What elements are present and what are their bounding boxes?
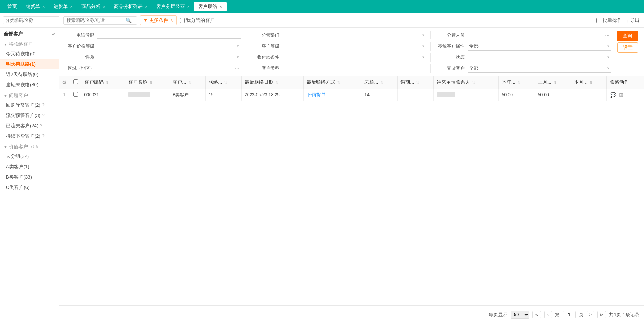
page-label: 第: [555, 311, 560, 318]
horizontal-scrollbar[interactable]: [59, 305, 644, 308]
top-navigation: 首页 销货单 × 进货单 × 商品分析 × 商品分析列表 × 客户分层经营 × …: [0, 0, 644, 13]
customer-name-masked: [128, 92, 150, 97]
filter-row-3: 性质 ∨ 收付款条件 ∨: [65, 53, 611, 62]
problem-group-title: ▼ 问题客户: [0, 90, 59, 100]
sort-type-icon[interactable]: ⇅: [188, 80, 191, 84]
customer-type-select[interactable]: [282, 68, 426, 69]
search-input[interactable]: [67, 18, 126, 23]
refresh-icon[interactable]: ↺: [31, 145, 34, 149]
sidebar-item-lost-customers[interactable]: 已流失客户(24) ?: [0, 121, 59, 131]
close-purchase-order-icon[interactable]: ×: [70, 4, 72, 9]
sidebar-item-overdue-contact[interactable]: 逾期未联络(30): [0, 80, 59, 90]
contact-method-link[interactable]: 下销货单: [307, 92, 326, 97]
close-sales-order-icon[interactable]: ×: [42, 4, 45, 9]
area-field: 区域（地区） ···: [65, 65, 241, 72]
row-this-month: [571, 89, 607, 101]
last-page-button[interactable]: ⊳: [597, 311, 606, 318]
sort-unit-icon[interactable]: ⇅: [472, 80, 475, 84]
sidebar-item-7days-contact[interactable]: 近7天待联络(0): [0, 69, 59, 80]
pagination-bar: 每页显示 50 100 200 ⊲ < 第 页 > ⊳ 共1页 1条记录: [59, 308, 644, 321]
sidebar-item-declining-customers[interactable]: 持续下滑客户(2) ?: [0, 131, 59, 141]
sidebar-item-ungrouped[interactable]: 未分组(32): [0, 151, 59, 162]
help-icon-3[interactable]: ?: [40, 123, 42, 128]
status-select[interactable]: ∨: [468, 54, 611, 60]
pending-group-title: ▼ 待联络客户: [0, 39, 59, 49]
status-field: 状态 ∨: [435, 54, 611, 61]
close-product-analysis-list-icon[interactable]: ×: [145, 4, 147, 9]
collapse-icon[interactable]: «: [52, 31, 55, 37]
dept-select[interactable]: ∨: [282, 32, 426, 38]
sort-contact-icon[interactable]: ⇅: [224, 80, 227, 84]
qr-action-icon[interactable]: ⊞: [619, 92, 623, 98]
sidebar-item-repurchase-abnormal[interactable]: 回购异常客户(2) ?: [0, 100, 59, 110]
sidebar-item-churn-warning[interactable]: 流失预警客户(3) ?: [0, 110, 59, 121]
area-more-icon[interactable]: ···: [235, 65, 239, 71]
payment-select[interactable]: ∨: [282, 54, 426, 60]
query-button[interactable]: 查询: [617, 31, 638, 41]
batch-op-checkbox[interactable]: [596, 18, 601, 23]
export-button[interactable]: ↑ 导出: [626, 17, 640, 24]
close-product-analysis-icon[interactable]: ×: [103, 4, 105, 9]
nav-home[interactable]: 首页: [3, 2, 21, 11]
select-all-checkbox[interactable]: [73, 79, 78, 84]
nav-purchase-order[interactable]: 进货单 ×: [49, 2, 77, 11]
sort-code-icon[interactable]: ⇅: [105, 80, 108, 84]
chat-action-icon[interactable]: 💬: [610, 92, 616, 98]
all-customers-title[interactable]: 全部客户 «: [0, 28, 59, 39]
col-settings[interactable]: ⚙: [59, 76, 70, 89]
nav-customer-segmentation[interactable]: 客户分层经营 ×: [152, 2, 194, 11]
close-customer-segmentation-icon[interactable]: ×: [187, 4, 189, 9]
customer-price-level-select[interactable]: ∨: [97, 43, 241, 49]
sort-date-icon[interactable]: ⇅: [275, 80, 278, 84]
close-customer-contact-icon[interactable]: ×: [220, 4, 222, 9]
value-group-title: ▼ 价值客户 ↺ ✎: [0, 141, 59, 151]
sidebar-search-input[interactable]: [3, 16, 59, 24]
filter-button[interactable]: ▼ 更多条件 ∧: [140, 15, 177, 25]
nav-product-analysis-list[interactable]: 商品分析列表 ×: [109, 2, 151, 11]
sort-method-icon[interactable]: ⇅: [337, 80, 340, 84]
phone-input[interactable]: [97, 32, 241, 39]
batch-op-button[interactable]: 批量操作: [596, 17, 622, 24]
area-select[interactable]: ···: [97, 65, 241, 72]
sort-overdue-icon[interactable]: ⇅: [416, 80, 419, 84]
help-icon-1[interactable]: ?: [42, 103, 45, 108]
sidebar-item-tomorrow-contact[interactable]: 明天待联络(1): [0, 59, 59, 69]
page-size-select[interactable]: 50 100 200: [511, 311, 529, 319]
retail-customer-select[interactable]: 全部 ∨: [468, 64, 611, 73]
edit-value-icon[interactable]: ✎: [35, 145, 39, 149]
nav-sales-order[interactable]: 销货单 ×: [21, 2, 49, 11]
nav-customer-contact[interactable]: 客户联络 ×: [194, 2, 226, 11]
sort-not-contacted-icon[interactable]: ⇅: [380, 80, 383, 84]
retail-attr-select[interactable]: 全部 ∨: [468, 42, 611, 51]
search-icon[interactable]: 🔍: [126, 18, 132, 23]
column-settings-icon[interactable]: ⚙: [62, 79, 67, 85]
sort-name-icon[interactable]: ⇅: [150, 80, 153, 84]
customer-level-select[interactable]: ∨: [282, 43, 426, 49]
sort-year-icon[interactable]: ⇅: [517, 80, 520, 84]
page-input[interactable]: [563, 311, 576, 318]
sidebar-search-area: 🔍: [0, 13, 59, 28]
nav-product-analysis[interactable]: 商品分析 ×: [77, 2, 109, 11]
next-page-button[interactable]: >: [587, 311, 594, 318]
first-page-button[interactable]: ⊲: [532, 311, 541, 318]
row-checkbox[interactable]: [73, 92, 78, 97]
person-select[interactable]: ···: [468, 31, 611, 39]
sort-month-icon[interactable]: ⇅: [589, 80, 592, 84]
prev-page-button[interactable]: <: [544, 311, 552, 318]
gender-select[interactable]: ∨: [97, 54, 241, 60]
toolbar-right: 批量操作 ↑ 导出: [596, 17, 640, 24]
help-icon-2[interactable]: ?: [42, 113, 45, 118]
row-customer-code: 000021: [81, 89, 125, 101]
row-not-contacted: 14: [361, 89, 398, 101]
sidebar-item-today-contact[interactable]: 今天待联络(0): [0, 49, 59, 59]
retail-attr-label: 零散客户属性: [435, 43, 465, 49]
sidebar-item-a-class[interactable]: A类客户(1): [0, 162, 59, 172]
my-customers-checkbox[interactable]: [180, 18, 185, 23]
person-more-icon[interactable]: ···: [605, 32, 609, 38]
col-this-year: 本年... ⇅: [498, 76, 535, 89]
sort-last-month-icon[interactable]: ⇅: [553, 80, 556, 84]
help-icon-4[interactable]: ?: [42, 134, 45, 139]
sidebar-item-b-class[interactable]: B类客户(33): [0, 172, 59, 182]
settings-button[interactable]: 设置: [617, 42, 638, 53]
sidebar-item-c-class[interactable]: C类客户(6): [0, 182, 59, 193]
